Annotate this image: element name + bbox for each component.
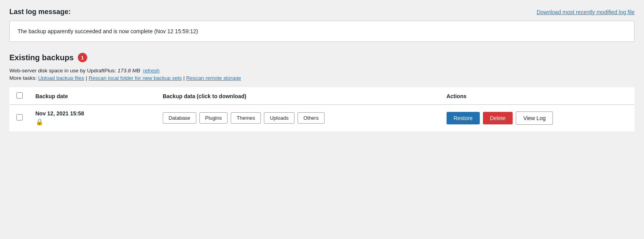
actions-buttons: RestoreDeleteView Log bbox=[447, 111, 628, 125]
disk-space-label: Web-server disk space in use by UpdraftP… bbox=[9, 68, 116, 74]
download-log-link[interactable]: Download most recently modified log file bbox=[536, 9, 635, 15]
table-row: Nov 12, 2021 15:58🔒DatabasePluginsThemes… bbox=[10, 105, 635, 131]
col-backup-date: Backup date bbox=[29, 88, 156, 105]
last-log-header-row: Last log message: Download most recently… bbox=[9, 8, 635, 16]
data-btn-others[interactable]: Others bbox=[298, 112, 325, 124]
last-log-title: Last log message: bbox=[9, 8, 71, 16]
last-log-section: Last log message: Download most recently… bbox=[9, 8, 635, 42]
lock-icon: 🔒 bbox=[36, 119, 43, 125]
disk-space-row: Web-server disk space in use by UpdraftP… bbox=[9, 68, 635, 74]
rescan-remote-link[interactable]: Rescan remote storage bbox=[186, 75, 241, 81]
data-btn-database[interactable]: Database bbox=[163, 112, 196, 124]
rescan-local-link[interactable]: Rescan local folder for new backup sets bbox=[88, 75, 182, 81]
log-message-box: The backup apparently succeeded and is n… bbox=[9, 21, 635, 42]
page-container: Last log message: Download most recently… bbox=[0, 0, 644, 139]
refresh-link[interactable]: refresh bbox=[143, 68, 160, 74]
disk-space-value: 173.8 MB bbox=[118, 68, 140, 74]
restore-button[interactable]: Restore bbox=[447, 112, 480, 124]
col-checkbox bbox=[10, 88, 29, 105]
backup-date-text: Nov 12, 2021 15:58 bbox=[36, 110, 150, 117]
table-header-row: Backup date Backup data (click to downlo… bbox=[10, 88, 635, 105]
upload-backup-link[interactable]: Upload backup files bbox=[38, 75, 84, 81]
log-message-text: The backup apparently succeeded and is n… bbox=[18, 28, 198, 34]
data-btn-uploads[interactable]: Uploads bbox=[264, 112, 294, 124]
row-checkbox-cell bbox=[10, 105, 29, 131]
backup-date-cell: Nov 12, 2021 15:58🔒 bbox=[29, 105, 156, 131]
existing-backups-title-row: Existing backups 1 bbox=[9, 53, 635, 62]
data-btn-plugins[interactable]: Plugins bbox=[199, 112, 228, 124]
separator-2: | bbox=[183, 75, 186, 81]
backup-data-buttons: DatabasePluginsThemesUploadsOthers bbox=[163, 112, 434, 124]
backups-table: Backup date Backup data (click to downlo… bbox=[9, 87, 635, 131]
existing-backups-section: Existing backups 1 Web-server disk space… bbox=[9, 53, 635, 131]
existing-backups-title: Existing backups bbox=[9, 53, 74, 62]
more-tasks-label: More tasks: bbox=[9, 75, 37, 81]
backups-count-badge: 1 bbox=[78, 53, 87, 62]
col-backup-data: Backup data (click to download) bbox=[156, 88, 440, 105]
delete-button[interactable]: Delete bbox=[483, 112, 513, 124]
row-checkbox[interactable] bbox=[16, 114, 23, 120]
more-tasks-row: More tasks: Upload backup files | Rescan… bbox=[9, 75, 635, 81]
col-actions: Actions bbox=[440, 88, 635, 105]
select-all-checkbox[interactable] bbox=[16, 92, 23, 99]
view-log-button[interactable]: View Log bbox=[516, 111, 553, 125]
backup-data-cell: DatabasePluginsThemesUploadsOthers bbox=[156, 105, 440, 131]
data-btn-themes[interactable]: Themes bbox=[231, 112, 261, 124]
actions-cell: RestoreDeleteView Log bbox=[440, 105, 635, 131]
